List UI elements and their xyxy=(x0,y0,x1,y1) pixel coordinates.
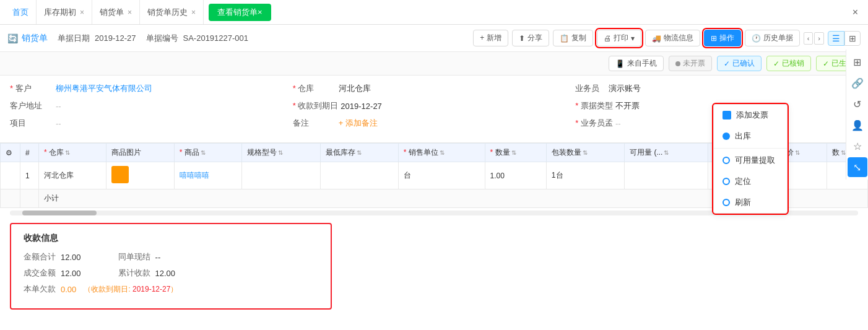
layout-grid[interactable]: ⊞ xyxy=(844,31,861,46)
warehouse-value[interactable]: 河北仓库 xyxy=(339,83,371,94)
nav-prev[interactable]: ‹ xyxy=(804,32,814,45)
tab-sales-order[interactable]: 销货单 × xyxy=(92,0,140,24)
add-invoice-icon xyxy=(723,111,731,119)
history-button[interactable]: 🕐 历史单据 xyxy=(745,30,800,46)
warehouse-label: 仓库 xyxy=(293,83,336,94)
deal-amount-field: 成交金额 12.00 xyxy=(24,267,81,279)
confirmed-badge[interactable]: ✓ 已确认 xyxy=(717,56,762,71)
operations-button[interactable]: ⊞ 操作 xyxy=(704,30,741,46)
share-button[interactable]: ⬆ 分享 xyxy=(512,30,549,46)
dropdown-refresh[interactable]: 刷新 xyxy=(714,192,787,213)
from-phone-btn[interactable]: 📱 来自手机 xyxy=(609,56,664,71)
doc-date-label: 单据日期 2019-12-27 xyxy=(58,33,136,44)
checked-badge[interactable]: ✓ 已核销 xyxy=(766,56,811,71)
history-icon: 🕐 xyxy=(752,34,761,43)
doc-title: 🔄 销货单 xyxy=(7,33,48,44)
same-order-field: 同单现结 -- xyxy=(118,251,161,263)
col-unit: 销售单位⇅ xyxy=(398,144,485,162)
customer-label: 客户 xyxy=(10,83,53,94)
payment-row-3: 本单欠款 0.00 （收款到期日: 2019-12-27） xyxy=(24,284,318,295)
address-field: 客户地址 -- xyxy=(10,100,293,111)
project-field: 项目 -- xyxy=(10,118,293,129)
remark-add[interactable]: + 添加备注 xyxy=(339,118,378,129)
salesperson-label: 业务员 xyxy=(575,83,606,94)
tab-bar-close-btn[interactable]: × xyxy=(848,7,863,18)
remark-field: 备注 + 添加备注 xyxy=(293,118,576,129)
col-qty: 数量⇅ xyxy=(485,144,546,162)
not-open-badge[interactable]: 未开票 xyxy=(669,56,712,71)
payment-row-2: 成交金额 12.00 累计收款 12.00 xyxy=(24,267,318,279)
logistics-button[interactable]: 🚚 物流信息 xyxy=(645,30,700,46)
nav-arrows: ‹ › xyxy=(804,32,824,45)
nav-next[interactable]: › xyxy=(814,32,824,45)
col-num: # xyxy=(20,144,39,162)
print-dropdown-arrow: ▾ xyxy=(631,34,635,43)
col-img: 商品图片 xyxy=(106,144,174,162)
remark-label: 备注 xyxy=(293,118,336,129)
close-view-order[interactable]: × xyxy=(258,7,263,17)
share-icon: ⬆ xyxy=(519,34,525,43)
project-label: 项目 xyxy=(10,118,53,129)
subtotal-empty2 xyxy=(20,189,39,208)
ticket-value: 不开票 xyxy=(615,100,640,111)
form-row-1: 客户 柳州粤港平安气体有限公司 仓库 河北仓库 业务员 演示账号 xyxy=(10,83,858,94)
new-button[interactable]: + 新增 xyxy=(473,30,508,46)
dropdown-add-invoice[interactable]: 添加发票 xyxy=(714,105,787,126)
payment-title: 收款信息 xyxy=(24,233,318,244)
dropdown-outbound[interactable]: 出库 xyxy=(714,126,787,147)
circle-icon-gray xyxy=(675,61,680,66)
cumulative-field: 累计收款 12.00 xyxy=(118,267,176,279)
check-icon-blue: ✓ xyxy=(724,59,730,68)
sidebar-user-icon[interactable]: 👤 xyxy=(848,115,867,135)
doc-actions: + 新增 ⬆ 分享 📋 复制 🖨 打印 ▾ 🚚 物流信息 xyxy=(473,30,861,46)
tab-sales-history[interactable]: 销货单历史 × xyxy=(140,0,204,24)
payment-date-label: 收款到期日 xyxy=(293,100,339,111)
salesperson-value: 演示账号 xyxy=(609,83,641,94)
col-product: 商品⇅ xyxy=(174,144,241,162)
col-spec: 规格型号⇅ xyxy=(242,144,320,162)
tab-view-sales-order[interactable]: 查看销货单 × xyxy=(209,4,271,21)
warehouse-field: 仓库 河北仓库 xyxy=(293,83,576,94)
print-button[interactable]: 🖨 打印 ▾ xyxy=(597,30,641,46)
tab-home[interactable]: 首页 xyxy=(5,0,37,24)
operations-dropdown: 添加发票 出库 可用量提取 定位 刷新 xyxy=(713,104,788,214)
subtotal-empty1 xyxy=(1,189,20,208)
sidebar-star-icon[interactable]: ☆ xyxy=(848,136,867,156)
sidebar-fullscreen-icon[interactable]: ⤡ xyxy=(848,157,867,177)
doc-header: 🔄 销货单 单据日期 2019-12-27 单据编号 SA-20191227-0… xyxy=(0,25,868,52)
locate-icon xyxy=(723,178,730,185)
payment-row-1: 金额合计 12.00 同单现结 -- xyxy=(24,251,318,263)
dropdown-available-qty[interactable]: 可用量提取 xyxy=(714,150,787,171)
dropdown-locate[interactable]: 定位 xyxy=(714,171,787,192)
tab-inventory-init[interactable]: 库存期初 × xyxy=(37,0,92,24)
sidebar-expand-icon[interactable]: ⊞ xyxy=(848,52,867,72)
customer-value[interactable]: 柳州粤港平安气体有限公司 xyxy=(56,83,152,94)
row-product[interactable]: 嘻嘻嘻嘻 xyxy=(174,162,241,189)
project-value: -- xyxy=(56,119,61,128)
amount-total-field: 金额合计 12.00 xyxy=(24,251,81,263)
grid-icon: ⊞ xyxy=(711,34,717,43)
copy-icon: 📋 xyxy=(560,34,569,43)
layout-buttons: ☰ ⊞ xyxy=(828,31,861,46)
row-pkg-qty: 1台 xyxy=(546,162,624,189)
payment-date-value[interactable]: 2019-12-27 xyxy=(341,102,382,111)
row-min-stock xyxy=(320,162,398,189)
scroll-thumb[interactable] xyxy=(22,211,97,215)
col-settings[interactable]: ⚙ xyxy=(1,144,20,162)
owed-field: 本单欠款 0.00 （收款到期日: 2019-12-27） xyxy=(24,284,178,295)
layout-list[interactable]: ☰ xyxy=(828,31,844,46)
col-warehouse: 仓库⇅ xyxy=(39,144,106,162)
row-settings xyxy=(1,162,20,189)
close-sales-history[interactable]: × xyxy=(191,8,196,17)
close-sales-order[interactable]: × xyxy=(128,8,132,17)
row-img xyxy=(106,162,174,189)
right-sidebar: ⊞ 🔗 ↺ 👤 ☆ ⤡ xyxy=(846,50,868,180)
doc-meta: 单据日期 2019-12-27 单据编号 SA-20191227-001 xyxy=(58,33,248,44)
sidebar-link-icon[interactable]: 🔗 xyxy=(848,73,867,93)
copy-button[interactable]: 📋 复制 xyxy=(553,30,593,46)
close-inventory-init[interactable]: × xyxy=(80,8,84,17)
outbound-icon xyxy=(723,132,730,140)
doc-icon: 🔄 xyxy=(7,33,18,43)
sidebar-reset-icon[interactable]: ↺ xyxy=(848,94,867,114)
row-qty: 1.00 xyxy=(485,162,546,189)
